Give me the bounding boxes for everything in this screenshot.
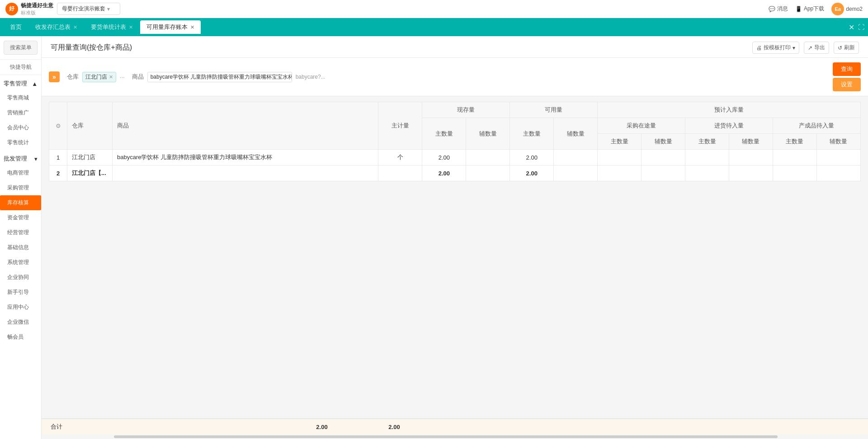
expand-window-btn[interactable]: ⛶ [858,24,864,31]
tab-available-stock[interactable]: 可用量库存账本 ✕ [140,20,201,34]
th-prod-sub: 辅数量 [816,134,860,150]
chevron-down-icon: ▾ [107,6,110,12]
cell-cur-main-2: 2.00 [422,165,466,181]
query-btn[interactable]: 查询 [833,62,861,76]
page-header: 可用量查询(按仓库+商品) 🖨 按模板打印 ▾ ↗ 导出 ↺ 刷新 [42,36,868,58]
sidebar-item-enterprise-wechat[interactable]: 企业微信 [0,315,41,330]
table-container[interactable]: ⚙ 仓库 商品 主计量 现存量 可用量 预计入库量 主数量 辅数量 主数量 辅数… [42,96,868,418]
quick-nav-btn[interactable]: 快捷导航 [0,60,41,75]
sidebar-item-stock-check[interactable]: 库存核算 [0,195,41,210]
cell-cur-main-1: 2.00 [422,150,466,165]
nav-tabs-right: ✕ ⛶ [849,23,864,32]
sidebar-item-business[interactable]: 经营管理 [0,225,41,240]
top-bar-right: 💬 消息 📱 App下载 Ea demo2 [769,3,863,15]
th-available-sub: 辅数量 [554,118,598,150]
refresh-btn[interactable]: ↺ 刷新 [834,42,859,54]
footer-current-main: 2.00 [304,424,340,430]
warehouse-filter-group: 仓库 江北门店 ✕ ··· [67,72,125,82]
close-tab-available-stock[interactable]: ✕ [190,24,194,30]
settings-btn[interactable]: 设置 [833,78,861,91]
footer-values: 2.00 2.00 [105,424,859,430]
th-settings[interactable]: ⚙ [49,102,67,150]
chevron-down-icon: ▾ [34,156,38,162]
sidebar-item-new-guide[interactable]: 新手引导 [0,285,41,300]
table-footer: 合计 2.00 2.00 [42,418,868,434]
table-row: 2 江北门店【... 2.00 2.00 [49,165,861,181]
page-title: 可用量查询(按仓库+商品) [51,43,132,52]
product-filter-group: 商品 babycare学饮杯 儿童防摔防撞吸管杯重力球吸嘴杯宝宝水杯 ✕ bab… [132,72,326,82]
warehouse-more[interactable]: ··· [120,74,125,80]
sidebar-item-retail-mall[interactable]: 零售商城 [0,90,41,105]
sidebar-item-marketing[interactable]: 营销推广 [0,105,41,120]
sidebar-item-ecommerce[interactable]: 电商管理 [0,165,41,180]
th-warehouse: 仓库 [67,102,113,150]
close-tab-order-stats[interactable]: ✕ [129,24,133,30]
close-window-btn[interactable]: ✕ [849,23,854,32]
sidebar-section-wholesale-header[interactable]: 批发管理 ▾ [0,150,41,165]
sidebar-item-app-center[interactable]: 应用中心 [0,300,41,315]
search-menu-btn[interactable]: 搜索菜单 [4,41,38,55]
download-icon: 📱 [795,6,802,12]
sidebar-search-area: 搜索菜单 [0,36,41,60]
cell-prod-sub-1 [816,150,860,165]
filter-expand-btn[interactable]: » [49,71,60,82]
sidebar-item-basic-info[interactable]: 基础信息 [0,240,41,255]
horizontal-scrollbar[interactable] [42,434,868,439]
sidebar-item-purchase[interactable]: 采购管理 [0,180,41,195]
cell-pt-sub-1 [642,150,685,165]
cell-warehouse-1: 江北门店 [67,150,113,165]
th-current-main: 主数量 [422,118,466,150]
cell-ip-main-1 [685,150,729,165]
cell-unit-1: 个 [378,150,422,165]
th-available-main: 主数量 [510,118,554,150]
close-tab-receive-send[interactable]: ✕ [73,24,77,30]
sidebar-item-system[interactable]: 系统管理 [0,255,41,270]
cell-ip-main-2 [685,165,729,181]
tab-receive-send[interactable]: 收发存汇总表 ✕ [29,20,84,34]
message-icon: 💬 [769,6,775,12]
cell-warehouse-2: 江北门店【... [67,165,113,181]
settings-icon[interactable]: ⚙ [56,123,61,129]
print-icon: 🖨 [756,45,762,51]
sidebar-item-enterprise-collab[interactable]: 企业协同 [0,270,41,285]
th-available-qty: 可用量 [510,102,598,118]
filter-bar: » 仓库 江北门店 ✕ ··· 商品 babycare学饮杯 儿童防摔防撞吸管杯… [42,58,868,96]
remove-warehouse-tag[interactable]: ✕ [109,74,113,80]
data-table: ⚙ 仓库 商品 主计量 现存量 可用量 预计入库量 主数量 辅数量 主数量 辅数… [49,102,861,181]
message-btn[interactable]: 💬 消息 [769,5,788,13]
user-area[interactable]: Ea demo2 [831,3,863,15]
sidebar-section-retail-header[interactable]: 零售管理 ▲ [0,75,41,90]
industry-select[interactable]: 母婴行业演示账套 ▾ [57,3,120,15]
chevron-up-icon: ▲ [32,80,38,87]
tab-order-stats[interactable]: 要货单统计表 ✕ [85,20,139,34]
cell-pt-main-2 [598,165,642,181]
top-bar-left: 好 畅捷通好生意 标准版 母婴行业演示账套 ▾ [5,2,120,16]
cell-pt-sub-2 [642,165,685,181]
export-btn[interactable]: ↗ 导出 [804,42,829,54]
th-ip-sub: 辅数量 [729,134,773,150]
top-bar: 好 畅捷通好生意 标准版 母婴行业演示账套 ▾ 💬 消息 📱 App下载 Ea … [0,0,868,18]
th-production-pending: 产成品待入量 [773,118,860,134]
print-template-btn[interactable]: 🖨 按模板打印 ▾ [752,42,799,54]
tab-home[interactable]: 首页 [4,20,28,34]
product-tag[interactable]: babycare学饮杯 儿童防摔防撞吸管杯重力球吸嘴杯宝宝水杯 ✕ [147,72,292,82]
cell-num-2: 2 [49,165,67,181]
scrollbar-thumb[interactable] [114,435,778,438]
sidebar-item-vip-member[interactable]: 畅会员 [0,330,41,345]
sidebar-item-retail-stats[interactable]: 零售统计 [0,135,41,150]
cell-num-1: 1 [49,150,67,165]
cell-unit-2 [378,165,422,181]
app-download-btn[interactable]: 📱 App下载 [795,5,824,13]
th-current-stock: 现存量 [422,102,510,118]
sidebar-item-finance[interactable]: 资金管理 [0,210,41,225]
logo-area: 好 畅捷通好生意 标准版 [5,2,53,16]
export-icon: ↗ [808,45,812,51]
chevron-down-icon: ▾ [793,45,795,51]
sidebar-item-member-center[interactable]: 会员中心 [0,120,41,135]
th-ip-main: 主数量 [685,134,729,150]
th-current-sub: 辅数量 [466,118,510,150]
th-product: 商品 [113,102,378,150]
product-label: 商品 [132,73,144,81]
warehouse-tag[interactable]: 江北门店 ✕ [82,72,116,82]
content-area: 可用量查询(按仓库+商品) 🖨 按模板打印 ▾ ↗ 导出 ↺ 刷新 » [42,36,868,439]
